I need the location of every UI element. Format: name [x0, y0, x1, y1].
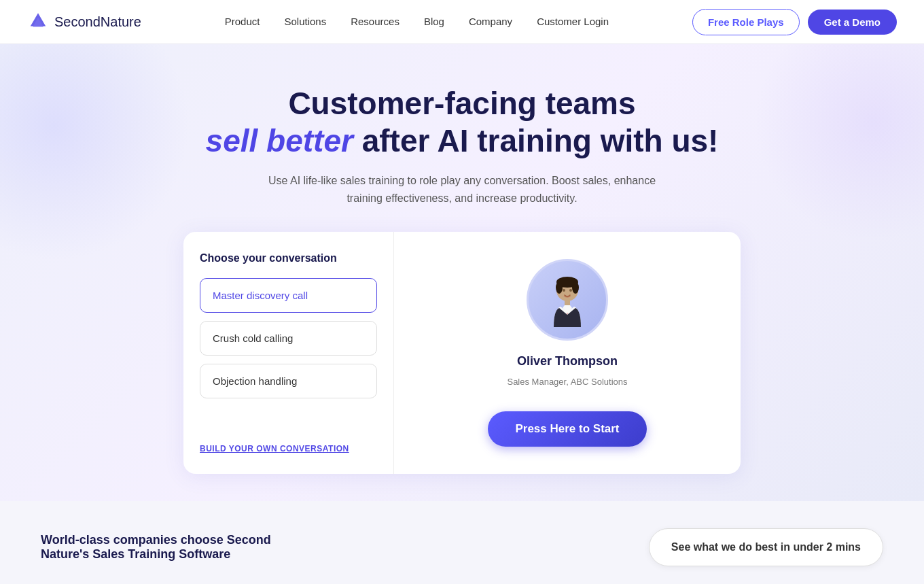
nav-links: Product Solutions Resources Blog Company… [225, 16, 609, 28]
free-role-plays-button[interactable]: Free Role Plays [692, 9, 800, 35]
option-master-discovery[interactable]: Master discovery call [200, 278, 377, 313]
nav-solutions[interactable]: Solutions [284, 16, 326, 27]
hero-title-colored: sell better [206, 123, 353, 158]
option-crush-cold-calling[interactable]: Crush cold calling [200, 321, 377, 356]
logo-text: SecondNature [54, 14, 141, 30]
navigation: SecondNature Product Solutions Resources… [0, 0, 924, 44]
bottom-section: World-class companies choose Second Natu… [0, 501, 924, 584]
hero-title: Customer-facing teams sell better after … [206, 85, 719, 160]
card-left: Choose your conversation Master discover… [183, 232, 394, 474]
agent-title: Sales Manager, ABC Solutions [507, 377, 627, 387]
avatar [527, 259, 608, 341]
nav-resources[interactable]: Resources [351, 16, 399, 27]
agent-name: Oliver Thompson [517, 354, 618, 368]
svg-rect-8 [565, 300, 570, 305]
get-demo-button[interactable]: Get a Demo [808, 10, 897, 35]
option-objection-handling[interactable]: Objection handling [200, 364, 377, 398]
press-to-start-button[interactable]: Press Here to Start [488, 411, 646, 447]
logo[interactable]: SecondNature [27, 11, 141, 33]
svg-point-5 [572, 281, 579, 294]
nav-product[interactable]: Product [225, 16, 260, 27]
logo-icon [27, 11, 49, 33]
nav-actions: Free Role Plays Get a Demo [692, 9, 897, 35]
hero-section: Customer-facing teams sell better after … [0, 44, 924, 501]
nav-company[interactable]: Company [469, 16, 512, 27]
svg-point-6 [563, 289, 565, 292]
nav-customer-login[interactable]: Customer Login [537, 16, 609, 27]
see-best-button[interactable]: See what we do best in under 2 mins [649, 528, 883, 566]
nav-blog[interactable]: Blog [424, 16, 444, 27]
choose-conversation-label: Choose your conversation [200, 252, 377, 264]
avatar-image [540, 273, 594, 327]
bottom-text: World-class companies choose Second Natu… [41, 533, 313, 562]
svg-point-4 [556, 281, 563, 294]
build-own-conversation-link[interactable]: BUILD YOUR OWN CONVERSATION [200, 430, 377, 453]
svg-point-7 [569, 289, 572, 292]
hero-subtitle: Use AI life-like sales training to role … [258, 172, 666, 207]
conversation-card: Choose your conversation Master discover… [183, 232, 741, 474]
card-right: Oliver Thompson Sales Manager, ABC Solut… [394, 232, 741, 474]
